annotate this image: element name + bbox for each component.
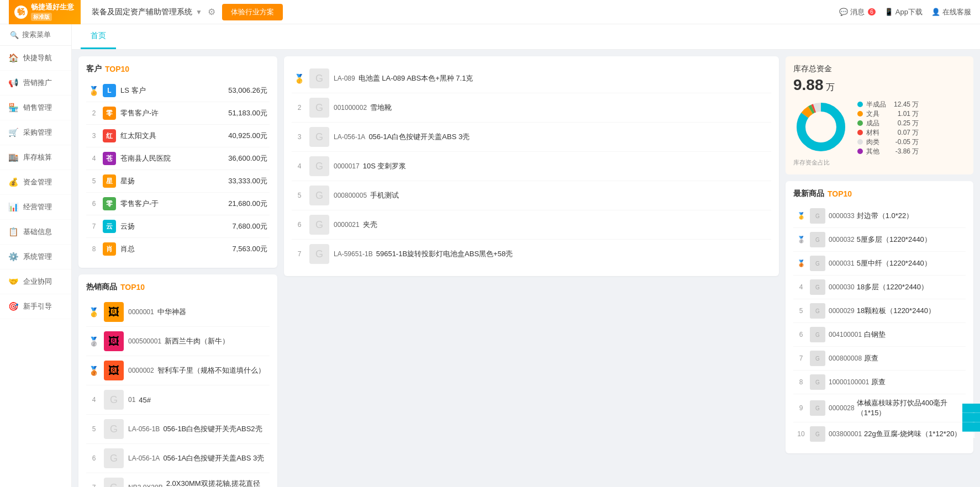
sidebar-item-company[interactable]: 🤝 企业协同 xyxy=(0,269,71,294)
product-name: 056-1B白色按键开关壳ABS2壳 xyxy=(163,424,262,434)
latest-product-item: 10 G 003800001 22g鱼豆腐-烧烤味（1*12*20） xyxy=(793,422,966,446)
rank-num: 8 xyxy=(88,245,99,253)
direct-button[interactable]: 直通车 xyxy=(962,422,980,432)
product-name: 18多层（1220*2440） xyxy=(857,282,928,292)
gear-icon[interactable]: ⚙ xyxy=(208,7,215,17)
customer-list-item: 6 零 零售客户-于 21,680.00元 xyxy=(86,193,270,215)
product-code: 0000021 xyxy=(334,221,360,229)
sidebar-item-guide[interactable]: 🎯 新手引导 xyxy=(0,294,71,319)
hotline-button[interactable]: 客服热线 xyxy=(962,404,980,413)
product-code: 000800005 xyxy=(334,192,367,199)
sidebar-item-stock[interactable]: 🏬 库存核算 xyxy=(0,145,71,170)
customer-avatar: 零 xyxy=(103,197,116,210)
system-name-container: 装备及固定资产辅助管理系统 ▼ ⚙ xyxy=(92,7,215,17)
stock-legend-item: 成品 0.25 万 xyxy=(857,119,919,128)
medal-gold-icon: 🥇 xyxy=(795,212,807,220)
online-service-button[interactable]: 👤 在线客服 xyxy=(931,7,971,17)
medal-bronze-icon: 🥉 xyxy=(88,365,99,376)
stock-legend-item: 材料 0.07 万 xyxy=(857,128,919,137)
quick-nav-icon: 🏠 xyxy=(8,52,19,63)
legend-label: 其他 xyxy=(866,147,879,156)
customer-list-item: 🏅 L LS 客户 53,006.26元 xyxy=(86,80,270,102)
sidebar-item-business[interactable]: 📊 经营管理 xyxy=(0,195,71,220)
stock-amount: 9.88 xyxy=(793,76,824,94)
system-dropdown-arrow[interactable]: ▼ xyxy=(196,8,202,16)
sidebar-item-system[interactable]: ⚙️ 系统管理 xyxy=(0,245,71,269)
rank-num: 6 xyxy=(88,454,99,462)
stock-legend: 半成品 12.45 万 文具 1.01 万 成品 0.25 万 材料 0.07 … xyxy=(857,100,919,156)
product-image-placeholder: G xyxy=(104,419,124,439)
medal-bronze-icon: 🥉 xyxy=(795,260,807,267)
sales-label: 销售管理 xyxy=(23,103,52,113)
product-image-placeholder: G xyxy=(309,98,329,118)
hot-products-card: 热销商品 TOP10 🥇 🖼 0000001 中华神器 🥈 🖼 00050000… xyxy=(78,274,277,487)
customer-list-item: 2 零 零售客户-许 51,183.00元 xyxy=(86,102,270,125)
tab-home[interactable]: 首页 xyxy=(81,24,116,49)
legend-label: 肉类 xyxy=(866,137,879,147)
product-image-placeholder: G xyxy=(810,327,825,342)
sidebar-item-finance[interactable]: 💰 资金管理 xyxy=(0,170,71,195)
legend-dot xyxy=(857,130,863,135)
system-icon: ⚙️ xyxy=(8,251,19,262)
medal-gold-icon: 🥇 xyxy=(88,306,99,317)
guide-label: 新手引导 xyxy=(23,301,52,311)
latest-product-item: 🥇 G 0000033 封边带（1.0*22） xyxy=(793,204,966,228)
product-code: 0000028 xyxy=(829,404,855,412)
search-menu[interactable]: 🔍 搜索菜单 xyxy=(0,24,71,46)
product-image-placeholder: G xyxy=(810,279,825,295)
stock-legend-item: 半成品 12.45 万 xyxy=(857,100,919,109)
sidebar-item-purchase[interactable]: 🛒 采购管理 xyxy=(0,120,71,145)
customer-name: 红太阳文具 xyxy=(120,131,228,141)
sidebar-item-sales[interactable]: 🏪 销售管理 xyxy=(0,96,71,120)
product-code: 0000017 xyxy=(334,162,360,170)
product-name: 056-1A白色按键开关盖ABS 3壳 xyxy=(368,132,470,142)
finance-label: 资金管理 xyxy=(23,177,52,187)
stock-chart-label: 库存资金占比 xyxy=(793,158,966,167)
product-name: 18颗粒板（1220*2440） xyxy=(857,306,935,316)
product-image-placeholder: G xyxy=(810,351,825,366)
rank-num: 6 xyxy=(795,331,807,338)
customer-avatar: 肖 xyxy=(103,242,116,256)
customer-avatar: L xyxy=(103,84,116,97)
legend-value: -0.05 万 xyxy=(891,137,919,147)
rank-num: 7 xyxy=(795,354,807,362)
rank-num: 6 xyxy=(88,200,99,208)
hot-products-title: 热销商品 TOP10 xyxy=(86,282,270,292)
guide-icon: 🎯 xyxy=(8,301,19,312)
app-download-button[interactable]: 📱 App下载 xyxy=(884,7,923,17)
rank-num: 5 xyxy=(294,192,305,199)
legend-value: 12.45 万 xyxy=(889,100,919,109)
sidebar-item-marketing[interactable]: 📢 营销推广 xyxy=(0,71,71,96)
logo-text: 畅捷通好生意 标准版 xyxy=(31,3,74,22)
purchase-icon: 🛒 xyxy=(8,127,19,138)
community-button[interactable]: 服务社区 xyxy=(962,413,980,422)
medal-gold-icon: 🥇 xyxy=(294,73,305,84)
medal-silver-icon: 🥈 xyxy=(795,236,807,244)
marketing-label: 营销推广 xyxy=(23,78,52,88)
customer-name: 云扬 xyxy=(120,221,232,231)
product-list-item: 5 G 000800005 手机测试 xyxy=(292,181,771,210)
rank-num: 3 xyxy=(294,133,305,141)
customer-list-item: 7 云 云扬 7,680.00元 xyxy=(86,215,270,238)
product-code: 01 xyxy=(128,396,135,404)
latest-product-item: 6 G 004100001 白钢垫 xyxy=(793,323,966,347)
product-image-placeholder: G xyxy=(309,156,329,176)
product-list-item: 5 G LA-056-1B 056-1B白色按键开关壳ABS2壳 xyxy=(86,415,270,444)
product-code: 0000001 xyxy=(128,308,154,316)
sales-icon: 🏪 xyxy=(8,102,19,113)
product-name: 新西兰牛肉（新牛） xyxy=(165,336,229,346)
sidebar-item-basic[interactable]: 📋 基础信息 xyxy=(0,220,71,245)
purchase-label: 采购管理 xyxy=(23,128,52,137)
rank-num: 7 xyxy=(88,484,99,487)
trial-button[interactable]: 体验行业方案 xyxy=(222,4,283,20)
product-image-placeholder: G xyxy=(309,244,329,264)
messages-button[interactable]: 💬 消息 6 xyxy=(839,7,876,17)
sidebar-item-quick-nav[interactable]: 🏠 快捷导航 xyxy=(0,46,71,71)
product-name: 夹壳 xyxy=(363,220,377,230)
content-area: 客户TOP10 🏅 L LS 客户 53,006.26元 2 零 零售客户-许 … xyxy=(72,50,980,487)
customer-amount: 7,680.00元 xyxy=(232,221,267,231)
product-list-item: 🥈 🖼 000500001 新西兰牛肉（新牛） xyxy=(86,327,270,356)
rank-num: 9 xyxy=(795,404,807,412)
rank-num: 10 xyxy=(795,430,807,438)
customer-amount: 7,563.00元 xyxy=(232,244,267,254)
